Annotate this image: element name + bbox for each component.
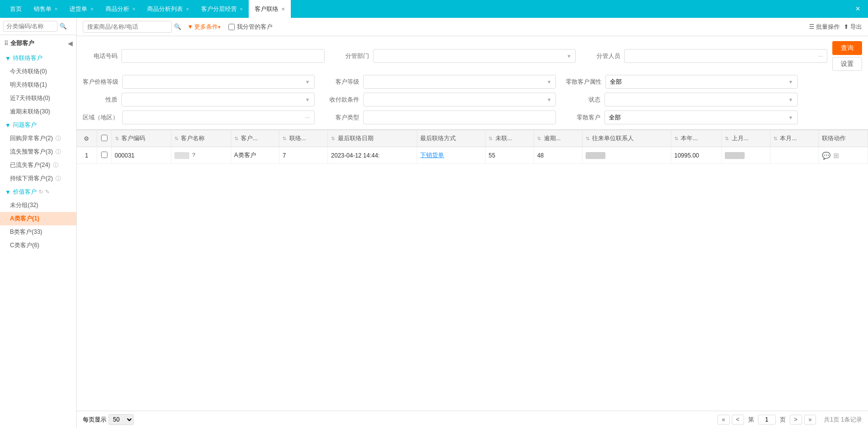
filter-field-customer-type: 客户类型 [325, 110, 556, 124]
first-page-button[interactable]: « [717, 415, 730, 425]
close-all-button[interactable]: × [852, 2, 864, 15]
sidebar-item-lost-potential[interactable]: 流失预警客户(3) ⓘ [0, 145, 76, 159]
customer-level-select[interactable]: ▼ [363, 75, 556, 89]
page-number-input[interactable] [758, 415, 776, 425]
toolbar-search-button[interactable]: 🔍 [172, 23, 183, 30]
sidebar-item-today[interactable]: 今天待联络(0) [0, 65, 76, 78]
persistent-decline-info-icon: ⓘ [55, 175, 61, 181]
row-code: 000031 [111, 147, 171, 164]
retail-select[interactable]: 全部 ▼ [604, 110, 798, 124]
sidebar-item-unclassified[interactable]: 未分组(32) [0, 199, 76, 212]
nature-select[interactable]: ▼ [121, 93, 315, 107]
nav-customer-contact[interactable]: 客户联络 × [249, 0, 290, 18]
price-level-select[interactable]: ▼ [122, 75, 315, 89]
col-last-contact-date[interactable]: ⇅ 最后联络日期 [328, 130, 417, 147]
phone-input[interactable] [121, 49, 325, 63]
dept-select[interactable]: ▼ [373, 49, 576, 63]
col-no-contact[interactable]: ⇅ 未联... [486, 130, 534, 147]
my-customers-checkbox[interactable] [228, 24, 235, 30]
sidebar-item-class-b[interactable]: B类客户(33) [0, 225, 76, 239]
nav-customer-mgmt-close[interactable]: × [240, 6, 243, 12]
nav-home[interactable]: 首页 [4, 0, 28, 18]
filter-field-nature: 性质 ▼ [83, 93, 315, 107]
retail-label: 零散客户 [566, 113, 600, 122]
main-layout: 🔍 ⠿ 全部客户 ◀ ▼ 待联络客户 今天待联络(0) 明天待联络(1) 近7天… [0, 18, 868, 428]
page-size-select[interactable]: 20 50 100 [108, 414, 134, 425]
status-select[interactable]: ▼ [604, 93, 798, 107]
col-overdue[interactable]: ⇅ 逾期... [534, 130, 583, 147]
manager-label: 分管人员 [586, 52, 620, 60]
col-this-month[interactable]: ⇅ 本月... [770, 130, 819, 147]
row-last-contact-method[interactable]: 下销货单 [417, 147, 486, 164]
qrcode-icon[interactable]: ⊞ [833, 152, 839, 160]
sidebar-section-problem[interactable]: ▼ 问题客户 [0, 118, 76, 132]
sidebar-search-input[interactable] [3, 21, 57, 32]
col-contact-count[interactable]: ⇅ 联络... [279, 130, 328, 147]
filter-field-customer-level: 客户等级 ▼ [325, 75, 556, 89]
query-button[interactable]: 查询 [832, 41, 862, 55]
retail-attr-select[interactable]: 全部 ▼ [605, 75, 798, 89]
col-last-month[interactable]: ⇅ 上月... [722, 130, 770, 147]
last-page-button[interactable]: » [804, 415, 816, 425]
sidebar-item-class-c[interactable]: C类客户(6) [0, 239, 76, 252]
col-code[interactable]: ⇅ 客户编码 [111, 130, 171, 147]
sidebar-search-icon[interactable]: 🔍 [59, 23, 67, 30]
customer-type-input[interactable] [363, 110, 556, 124]
col-unit-contact[interactable]: ⇅ 往来单位联系人 [583, 130, 671, 147]
last-contact-method-link[interactable]: 下销货单 [420, 152, 444, 159]
sidebar-item-overdue[interactable]: 逾期未联络(30) [0, 105, 76, 118]
nav-customer-contact-close[interactable]: × [281, 6, 284, 12]
nav-sales[interactable]: 销售单 × [28, 0, 63, 18]
toolbar-filter-btn[interactable]: ▼ 更多条件 ▾ [187, 23, 220, 31]
nav-customer-mgmt[interactable]: 客户分层经营 × [195, 0, 249, 18]
sidebar-section-value[interactable]: ▼ 价值客户 ↻ ✎ [0, 185, 76, 199]
nav-analysis-close[interactable]: × [132, 6, 135, 12]
table-row: 1 000031 ？ A类客户 7 2023-04-12 14:44: [77, 147, 868, 164]
nav-analysis-list[interactable]: 商品分析列表 × [141, 0, 195, 18]
value-refresh-icon[interactable]: ↻ [39, 189, 43, 195]
filter-row-2: 客户价格等级 ▼ 客户等级 ▼ 零散客户属性 全部 [83, 75, 862, 89]
filter-field-region: 区域（地区） ··· [83, 110, 315, 124]
sidebar-item-class-a[interactable]: A类客户(1) [0, 212, 76, 225]
my-customers-checkbox-label[interactable]: 我分管的客户 [228, 23, 272, 31]
sidebar-item-7days[interactable]: 近7天待联络(0) [0, 92, 76, 105]
col-settings[interactable]: ⚙ [77, 130, 97, 147]
filter-row-4: 区域（地区） ··· 客户类型 零散客户 全部 ▼ [83, 110, 862, 124]
sidebar-collapse-btn[interactable]: ◀ [68, 40, 72, 47]
name-sort-icon: ⇅ [174, 136, 178, 141]
table-container: ⚙ ⇅ 客户编码 ⇅ 客户名称 [77, 130, 868, 411]
dept-label: 分管部门 [334, 52, 369, 60]
nav-analysis-list-close[interactable]: × [186, 6, 189, 12]
next-page-button[interactable]: > [790, 415, 802, 425]
col-this-year[interactable]: ⇅ 本年... [671, 130, 721, 147]
nav-analysis[interactable]: 商品分析 × [100, 0, 141, 18]
manager-select[interactable]: ··· [624, 49, 827, 63]
select-all-checkbox[interactable] [101, 135, 108, 141]
col-customer-type[interactable]: ⇅ 客户... [231, 130, 279, 147]
row-checkbox-cell [97, 147, 111, 164]
settings-col-icon[interactable]: ⚙ [84, 135, 89, 142]
nav-purchase-close[interactable]: × [90, 6, 93, 12]
chat-icon[interactable]: 💬 [822, 152, 830, 160]
col-name[interactable]: ⇅ 客户名称 [171, 130, 231, 147]
prev-page-button[interactable]: < [732, 415, 744, 425]
sidebar-item-repeat-abnormal[interactable]: 回购异常客户(2) ⓘ [0, 132, 76, 145]
value-edit-icon[interactable]: ✎ [45, 189, 50, 195]
toolbar-search-input[interactable] [83, 21, 172, 33]
name-placeholder [174, 152, 189, 159]
region-select[interactable]: ··· [122, 110, 315, 124]
filter-row-3: 性质 ▼ 收付款条件 ▼ 状态 [83, 93, 862, 107]
export-button[interactable]: ⬆ 导出 [844, 23, 862, 31]
row-checkbox[interactable] [101, 152, 108, 158]
nav-sales-close[interactable]: × [54, 6, 57, 12]
unit-contact-blurred [586, 152, 605, 159]
sidebar-section-pending[interactable]: ▼ 待联络客户 [0, 52, 76, 65]
batch-ops-button[interactable]: ☰ 批量操作 [809, 23, 840, 31]
payment-select[interactable]: ▼ [363, 93, 556, 107]
sidebar-item-tomorrow[interactable]: 明天待联络(1) [0, 78, 76, 92]
sidebar-item-already-lost[interactable]: 已流失客户(24) ⓘ [0, 159, 76, 172]
filter-field-manager: 分管人员 ··· [586, 49, 827, 63]
nav-purchase[interactable]: 进货单 × [63, 0, 99, 18]
sidebar-item-persistent-decline[interactable]: 持续下滑客户(2) ⓘ [0, 172, 76, 185]
settings-button[interactable]: 设置 [832, 57, 862, 71]
